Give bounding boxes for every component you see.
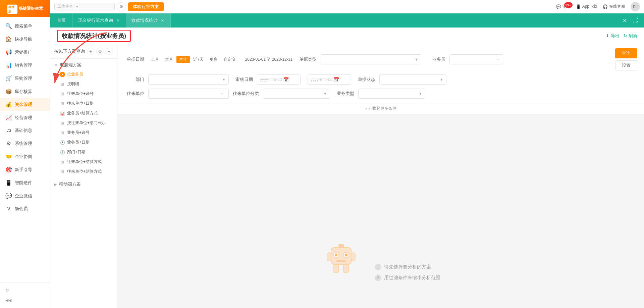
partner-category-select[interactable]: ▼: [263, 89, 330, 99]
scheme-item-salesperson-date[interactable]: 🕐 业务员+日期: [50, 138, 117, 147]
last-month-btn[interactable]: 上月: [148, 56, 162, 63]
app-download-btn[interactable]: 📱 App下载: [576, 4, 597, 9]
collapse-btn[interactable]: ∧∧ 收起更多条件: [365, 106, 396, 111]
tab-expand-btn[interactable]: ⛶: [631, 16, 640, 25]
sidebar-item-corp-wechat[interactable]: 💬 企业微信: [0, 189, 50, 202]
refresh-btn[interactable]: ↻ 刷新: [624, 33, 637, 39]
doc-status-select[interactable]: ▼: [379, 74, 446, 85]
biz-type-select[interactable]: ▼: [358, 89, 425, 99]
dept-date-icon: 🕐: [60, 150, 65, 155]
review-date-to[interactable]: yyyy-mm-dd 📅: [308, 74, 351, 85]
scheme-group-desktop-header[interactable]: ▼ 电脑端方案: [50, 60, 117, 69]
review-date-from[interactable]: yyyy-mm-dd 📅: [257, 74, 301, 85]
doc-type-select[interactable]: ▼: [321, 54, 421, 64]
triangle-down-icon: ▼: [54, 63, 58, 67]
scheme-panel-actions: + ⚙ «: [87, 48, 113, 55]
sidebar-collapse-btn[interactable]: ◀◀: [0, 295, 50, 305]
operations-icon: 📈: [5, 114, 12, 121]
sidebar-item-basic-info[interactable]: 🗂 基础信息: [0, 124, 50, 137]
messages-btn[interactable]: 💬 消息 99+: [556, 4, 571, 9]
collapse-bar[interactable]: ∧∧ 收起更多条件: [117, 103, 644, 114]
sidebar-item-label: 采购管理: [15, 75, 32, 82]
dept-select[interactable]: ▼: [148, 74, 229, 85]
user-avatar[interactable]: Rit: [631, 2, 640, 11]
scheme-item-partner-account[interactable]: ⊞ 往来单位+账号: [50, 89, 117, 99]
scheme-group-mobile-label: 移动端方案: [59, 181, 81, 187]
workspace-title[interactable]: 工作空间 ▼: [54, 3, 115, 10]
empty-tips: 1 请先选择要分析的方案 2 用过滤条件来缩小分析范围: [375, 264, 440, 281]
settings-icon: ⚙: [98, 49, 102, 54]
tab-receipts-stats-close[interactable]: ✕: [160, 18, 165, 23]
custom-date-btn[interactable]: 自定义: [221, 56, 238, 63]
customer-service-label: 在线客服: [609, 4, 625, 9]
salesperson-select[interactable]: ···: [449, 54, 503, 64]
export-btn[interactable]: ⬆ 导出: [606, 33, 620, 39]
more-shortcuts-btn[interactable]: 更多: [207, 56, 220, 63]
partner-date-icon: ⊞: [60, 101, 65, 106]
scheme-item-salesperson-account[interactable]: ⊞ 业务员+账号: [50, 128, 117, 138]
trial-btn[interactable]: 体验行业方案: [128, 2, 164, 11]
calendar-icon-2: 📅: [334, 77, 339, 82]
sidebar-item-inventory[interactable]: 📦 库存核算: [0, 85, 50, 98]
tab-bank-flow[interactable]: 现金银行流水查询 ✕: [73, 13, 126, 28]
last-7-days-btn[interactable]: 近7天: [191, 56, 206, 63]
svg-rect-9: [351, 253, 355, 261]
top-bar-right: 💬 消息 99+ 📱 App下载 🎧 在线客服 Rit: [556, 2, 640, 11]
tip-number-1: 1: [375, 264, 381, 270]
scheme-item-partner-settlement1[interactable]: ⊞ 往来单位+结算方式: [50, 157, 117, 167]
sidebar-item-sales[interactable]: 📊 销售管理: [0, 59, 50, 72]
sidebar-item-finance[interactable]: 💰 资金管理: [0, 98, 50, 111]
tab-bank-flow-close[interactable]: ✕: [115, 18, 120, 23]
tab-home[interactable]: 首页: [50, 13, 73, 28]
sidebar-item-operations[interactable]: 📈 经营管理: [0, 111, 50, 124]
scheme-item-partner-settlement2[interactable]: ⊞ 往来单位+结算方式: [50, 167, 117, 176]
sidebar-item-smart-hw[interactable]: 📱 智能硬件: [0, 176, 50, 189]
scheme-item-label: 业务员+账号: [67, 130, 90, 136]
scheme-settings-btn[interactable]: ⚙: [96, 48, 104, 55]
partner-select[interactable]: ···: [148, 89, 229, 99]
filter-settings-btn[interactable]: 设置: [615, 60, 637, 70]
scheme-group-mobile-header[interactable]: ▶ 移动端方案: [50, 179, 117, 189]
chevron-down-icon-3: ▼: [440, 78, 443, 82]
scheme-panel-header: 按以下方案查询 + ⚙ «: [50, 44, 117, 59]
main-wrapper: 首页 现金银行流水查询 ✕ 收款情况统计 ✕ ✕ ⛶ 收款情况统计(按业务员) …: [50, 13, 644, 308]
sidebar-item-corp-collab[interactable]: 🤝 企业协同: [0, 150, 50, 163]
chevron-down-icon: ▼: [222, 78, 226, 82]
sidebar-item-search-menu[interactable]: 🔍 搜索菜单: [0, 19, 50, 33]
scheme-item-partner-date[interactable]: ⊞ 往来单位+日期: [50, 99, 117, 108]
scheme-item-by-salesperson[interactable]: ● 按业务员: [50, 69, 117, 79]
app-download-label: App下载: [582, 4, 597, 9]
export-label: 导出: [611, 33, 620, 39]
scheme-item-by-detail[interactable]: ⊞ 按明细: [50, 79, 117, 89]
more-icon: ···: [494, 57, 500, 62]
logo-icon: 🎋 标准版: [7, 4, 17, 13]
scheme-item-salesperson-settlement[interactable]: 📊 业务员+结算方式: [50, 108, 117, 118]
sidebar-bottom: ⚙ ◀◀: [0, 282, 50, 308]
sidebar-item-member[interactable]: V 畅会员: [0, 202, 50, 215]
tab-receipts-stats[interactable]: 收款情况统计 ✕: [126, 13, 171, 28]
sidebar-item-purchase[interactable]: 🛒 采购管理: [0, 72, 50, 85]
scheme-collapse-btn[interactable]: «: [106, 48, 113, 55]
workspace-settings-btn[interactable]: ⚙: [117, 2, 126, 11]
tab-close-all-btn[interactable]: ✕: [620, 16, 629, 25]
detail-scheme-icon: ⊞: [60, 82, 65, 87]
sidebar-item-marketing[interactable]: 📢 营销推广: [0, 46, 50, 59]
svg-point-4: [345, 254, 347, 256]
this-year-btn[interactable]: 本年: [176, 56, 190, 63]
tip-text-2: 用过滤条件来缩小分析范围: [384, 275, 440, 281]
this-month-btn[interactable]: 本月: [162, 56, 176, 63]
sidebar-settings-btn[interactable]: ⚙: [0, 285, 50, 295]
sidebar-item-quick-nav[interactable]: 🏠 快捷导航: [0, 33, 50, 46]
customer-service-btn[interactable]: 🎧 在线客服: [603, 4, 625, 9]
content-body: 按以下方案查询 + ⚙ «: [50, 44, 644, 308]
scheme-add-btn[interactable]: +: [87, 48, 94, 55]
date-label: 单据日期: [124, 56, 144, 62]
query-btn[interactable]: 查询: [615, 48, 637, 58]
sidebar-item-newbie[interactable]: 🎯 新手引导: [0, 163, 50, 176]
scheme-item-partner-dept[interactable]: ⊞ 按往来单位+部门+收...: [50, 118, 117, 128]
scheme-item-dept-date[interactable]: 🕐 部门+日期: [50, 147, 117, 157]
sidebar-item-system[interactable]: ⚙ 系统管理: [0, 137, 50, 150]
scheme-item-label: 按明细: [67, 81, 79, 87]
chevron-down-icon-5: ▼: [419, 92, 422, 96]
collapse-icon: ◀◀: [5, 298, 11, 303]
